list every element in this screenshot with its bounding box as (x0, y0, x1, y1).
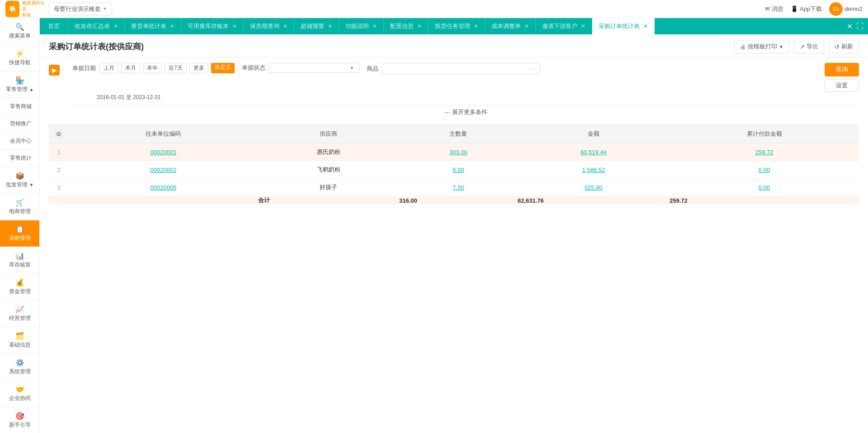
stock-check-icon: 📊 (2, 252, 38, 260)
tab-picking-task-close[interactable]: ✕ (474, 23, 478, 29)
amount-link[interactable]: 1,586.52 (582, 167, 605, 173)
amount-link[interactable]: 60,519.44 (580, 149, 607, 156)
tab-purchase-goods-stat-close[interactable]: ✕ (170, 23, 175, 29)
paid-amount-link[interactable]: 259.72 (755, 149, 774, 156)
tab-picking-task[interactable]: 拣货任务管理 ✕ (429, 18, 485, 34)
print-label: 按模板打印 (748, 43, 777, 51)
sidebar-item-retail-mgmt[interactable]: 🏪 零售管理 ▲ (0, 71, 39, 98)
main-qty-link[interactable]: 303.00 (449, 149, 467, 156)
sidebar-label-ops-mgmt: 经营管理 (2, 314, 38, 322)
col-settings-icon[interactable]: ⚙ (54, 129, 63, 138)
sidebar-item-batch-mgmt[interactable]: 📦 批发管理 ▼ (0, 167, 39, 194)
sidebar-item-sys-mgmt[interactable]: ⚙️ 系统管理 (0, 354, 39, 381)
date-btn-last-month[interactable]: 上月 (99, 63, 118, 73)
sidebar-item-ops-mgmt[interactable]: 📈 经营管理 (0, 300, 39, 327)
print-button[interactable]: 🖨 按模板打印 ▼ (734, 40, 789, 53)
tab-purchase-order-stat[interactable]: 采购订单统计表 ✕ (592, 18, 655, 34)
sidebar-item-marketing[interactable]: 营销推广 (0, 115, 39, 133)
tab-cost-adjust-close[interactable]: ✕ (524, 23, 529, 29)
table-row: 1 00020001 惠氏奶粉 303.00 60,519.44 259.72 (49, 143, 859, 161)
sidebar-item-new-guide[interactable]: 🎯 新手引导 (0, 407, 39, 433)
page-title: 采购订单统计表(按供应商) (49, 41, 144, 52)
enterprise-collab-icon: 🤝 (2, 385, 38, 394)
main-layout: 🔍 搜索菜单 ⚡ 快捷导航 🏪 零售管理 ▲ 零售商城 营销推广 会员中心 零售… (0, 18, 868, 433)
tab-invite-downstream[interactable]: 邀请下游客户 ✕ (536, 18, 592, 34)
sidebar-item-search[interactable]: 🔍 搜索菜单 (0, 18, 39, 45)
paid-amount-link[interactable]: 0.00 (759, 184, 770, 191)
sidebar-label-batch-mgmt: 批发管理 (6, 181, 28, 189)
tab-cost-adjust-label: 成本调整单 (491, 22, 521, 30)
filter-toggle-btn[interactable]: ▶ (49, 65, 60, 76)
main-qty-link[interactable]: 7.00 (453, 184, 464, 191)
tab-expand-btn[interactable]: ⛶ (855, 21, 864, 31)
date-btn-7days[interactable]: 近7天 (165, 63, 187, 73)
sidebar-item-ecommerce[interactable]: 🛒 电商管理 (0, 194, 39, 220)
logo-area: 畅 畅捷通好生意 标版 (5, 0, 45, 18)
date-btn-more[interactable]: 更多 (189, 63, 208, 73)
tab-close-all-btn[interactable]: ✕ (846, 21, 854, 32)
sidebar-item-stock-check[interactable]: 📊 库存核算 (0, 247, 39, 274)
tab-bar-right: ✕ ⛶ (842, 21, 868, 32)
paid-amount-link[interactable]: 0.00 (759, 167, 770, 173)
sidebar-item-finance[interactable]: 💰 资金管理 (0, 274, 39, 300)
sidebar-item-retail-stats[interactable]: 零售统计 (0, 150, 39, 167)
table-row: 2 00020002 飞鹤奶粉 6.00 1,586.52 0.00 (49, 161, 859, 179)
tab-home[interactable]: 首页 (40, 18, 68, 34)
date-custom-badge[interactable]: 自定义 (211, 63, 235, 73)
sidebar-label-enterprise-collab: 企业协同 (2, 395, 38, 402)
retail-mgmt-icon: 🏪 (2, 76, 38, 85)
tab-receive-summary[interactable]: 收发存汇总表 ✕ (68, 18, 125, 34)
refresh-button[interactable]: ↺ 刷新 (829, 40, 859, 53)
query-button[interactable]: 查询 (825, 63, 859, 76)
date-btn-this-month[interactable]: 本月 (121, 63, 140, 73)
tab-overstock-warning-close[interactable]: ✕ (328, 23, 332, 29)
row-supplier-cell: 飞鹤奶粉 (258, 161, 399, 179)
sidebar-item-basic-info[interactable]: 🗂️ 基础信息 (0, 327, 39, 354)
unit-code-link[interactable]: 00020002 (151, 167, 177, 173)
sidebar-item-purchase-mgmt[interactable]: 📋 采购管理 (0, 220, 39, 247)
workspace-chevron-icon: ▼ (103, 6, 107, 11)
basic-info-icon: 🗂️ (2, 332, 38, 340)
amount-link[interactable]: 525.80 (585, 184, 603, 191)
goods-input[interactable]: ··· (382, 63, 540, 74)
tab-purchase-order-stat-close[interactable]: ✕ (643, 23, 648, 29)
tab-config-info-close[interactable]: ✕ (417, 23, 422, 29)
tab-invite-downstream-close[interactable]: ✕ (581, 23, 585, 29)
filter-area: ▶ 单据日期 上月 本月 本年 近7天 (40, 57, 868, 124)
app-download-btn[interactable]: 📱 App下载 (791, 5, 822, 13)
workspace-selector[interactable]: 母婴行业演示账套 ▼ (49, 3, 112, 15)
message-icon: ✉ (765, 5, 770, 12)
goods-more-icon[interactable]: ··· (530, 65, 535, 72)
tab-expiry-query[interactable]: 保质期查询 ✕ (244, 18, 294, 34)
tab-bar: 首页 收发存汇总表 ✕ 要货单统计表 ✕ 可用量库存账本 ✕ 保质期查询 ✕ 超… (40, 18, 868, 34)
sidebar-item-retail-mall[interactable]: 零售商城 (0, 98, 39, 115)
tab-overstock-warning[interactable]: 超储预警 ✕ (294, 18, 339, 34)
col-settings-header: ⚙ (49, 125, 69, 143)
sidebar-item-quick-nav[interactable]: ⚡ 快捷导航 (0, 45, 39, 71)
status-select[interactable]: ▼ (269, 63, 359, 73)
tab-config-info[interactable]: 配置信息 ✕ (384, 18, 429, 34)
tab-receive-summary-close[interactable]: ✕ (113, 23, 118, 29)
tab-purchase-goods-stat[interactable]: 要货单统计表 ✕ (125, 18, 181, 34)
date-btn-this-year[interactable]: 本年 (143, 63, 162, 73)
tab-cost-adjust[interactable]: 成本调整单 ✕ (485, 18, 536, 34)
tab-expiry-query-close[interactable]: ✕ (283, 23, 288, 29)
tab-function-desc-close[interactable]: ✕ (373, 23, 377, 29)
filter-settings-button[interactable]: 设置 (825, 79, 859, 92)
sidebar-item-member-center[interactable]: 会员中心 (0, 133, 39, 150)
unit-code-link[interactable]: 00020005 (151, 184, 177, 191)
sidebar-item-enterprise-collab[interactable]: 🤝 企业协同 (0, 381, 39, 407)
row-paid-amount-cell: 259.72 (670, 143, 859, 161)
message-btn[interactable]: ✉ 消息 (765, 5, 783, 13)
export-button[interactable]: ↗ 导出 (794, 40, 824, 53)
table-header-row: ⚙ 往来单位编码 供应商 主数量 (49, 125, 859, 143)
user-area[interactable]: Ea demo2 (829, 2, 863, 16)
tab-available-stock[interactable]: 可用量库存账本 ✕ (181, 18, 244, 34)
main-qty-link[interactable]: 6.00 (453, 167, 464, 173)
expand-more-btn[interactable]: ⋯ 展开更多条件 (72, 105, 859, 119)
unit-code-link[interactable]: 00020001 (151, 149, 177, 156)
top-right: ✉ 消息 📱 App下载 Ea demo2 (765, 2, 863, 16)
tab-function-desc[interactable]: 功能说明 ✕ (339, 18, 384, 34)
tab-available-stock-close[interactable]: ✕ (232, 23, 237, 29)
purchase-mgmt-icon: 📋 (2, 225, 38, 233)
